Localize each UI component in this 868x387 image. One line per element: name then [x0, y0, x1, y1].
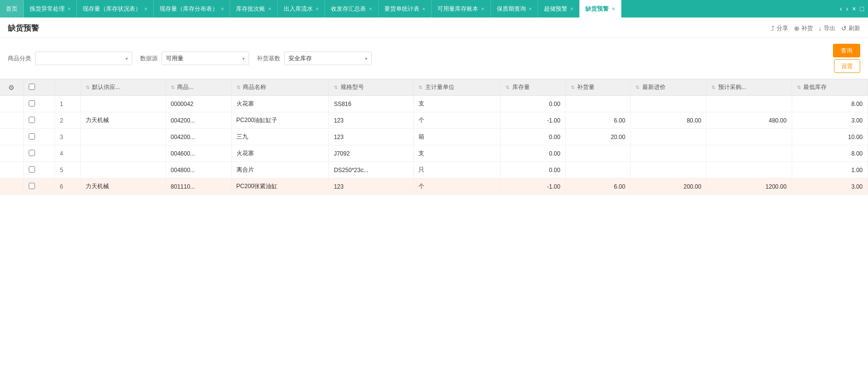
tab-home[interactable]: 首页 [0, 0, 24, 18]
tab-prev-btn[interactable]: ‹ [838, 0, 844, 18]
tab-stock-status[interactable]: 现存量（库存状况表） × [77, 0, 153, 18]
th-supplier[interactable]: ⇅ 默认供应... [80, 79, 165, 96]
category-select[interactable]: ▾ [35, 52, 132, 65]
shortage-table: ⚙ ⇅ 默认供应... ⇅ 商品... ⇅ [0, 79, 868, 195]
th-rownum [55, 79, 81, 96]
tab-close-pickup[interactable]: × [68, 6, 71, 12]
tab-demand-stats[interactable]: 要货单统计表 × [379, 0, 432, 18]
row-restock-qty: 6.00 [565, 178, 630, 195]
settings-button[interactable]: 设置 [834, 59, 860, 73]
restock-basis-filter-group: 补货基数 安全库存 ▾ [257, 52, 372, 65]
row-checkbox[interactable] [29, 166, 35, 173]
th-spec[interactable]: ⇅ 规格型号 [329, 79, 414, 96]
tab-close-overstock[interactable]: × [570, 6, 573, 12]
tab-maximize-btn[interactable]: □ [858, 0, 866, 18]
row-unit: 个 [414, 178, 501, 195]
datasource-value: 可用量 [166, 54, 183, 63]
table-row: 5 004800... 离合片 DS250*23c... 只 0.00 1.00 [0, 162, 868, 178]
row-spec: 123 [329, 129, 414, 145]
row-estimated-purchase [706, 162, 792, 178]
th-latest-price[interactable]: ⇅ 最新进价 [631, 79, 706, 96]
row-supplier [80, 129, 165, 145]
tab-close-stock-dist[interactable]: × [221, 6, 224, 12]
row-settings-cell [0, 129, 23, 145]
row-product-code: 004200... [165, 112, 231, 129]
tab-nav-controls: ‹ › × □ [836, 0, 868, 18]
tab-close-window-btn[interactable]: × [850, 0, 858, 18]
row-min-stock: 3.00 [792, 178, 868, 195]
row-settings-cell [0, 145, 23, 162]
row-spec: SS816 [329, 96, 414, 112]
datasource-chevron-icon: ▾ [242, 56, 245, 61]
restock-basis-select[interactable]: 安全库存 ▾ [284, 52, 372, 65]
row-estimated-purchase [706, 96, 792, 112]
row-latest-price [631, 162, 706, 178]
row-restock-qty [565, 162, 630, 178]
query-button[interactable]: 查询 [833, 44, 860, 57]
row-settings-cell [0, 112, 23, 129]
row-spec: 123 [329, 112, 414, 129]
tab-close-shortage[interactable]: × [612, 6, 615, 12]
row-checkbox[interactable] [29, 117, 35, 123]
restock-basis-label: 补货基数 [257, 54, 280, 63]
row-checkbox[interactable] [29, 133, 35, 140]
row-stock-qty: 0.00 [501, 162, 565, 178]
th-product-code[interactable]: ⇅ 商品... [165, 79, 231, 96]
row-number: 5 [55, 162, 81, 178]
tab-expiry-query[interactable]: 保质期查询 × [491, 0, 538, 18]
row-unit: 支 [414, 96, 501, 112]
tab-close-inout[interactable]: × [316, 6, 319, 12]
restock-sort-icon: ⇅ [571, 85, 575, 90]
tab-close-demand[interactable]: × [422, 6, 425, 12]
tab-close-expiry[interactable]: × [529, 6, 532, 12]
tab-bar: 首页 拣货异常处理 × 现存量（库存状况表） × 现存量（库存分布表） × 库存… [0, 0, 868, 18]
select-all-checkbox[interactable] [29, 84, 35, 90]
th-restock-qty[interactable]: ⇅ 补货量 [565, 79, 630, 96]
th-stock-qty[interactable]: ⇅ 库存量 [501, 79, 565, 96]
row-checkbox[interactable] [29, 100, 35, 106]
row-latest-price [631, 129, 706, 145]
row-checkbox[interactable] [29, 183, 35, 189]
tab-close-batch[interactable]: × [268, 6, 271, 12]
tab-next-btn[interactable]: › [844, 0, 850, 18]
tab-receive-summary[interactable]: 收发存汇总表 × [325, 0, 378, 18]
tab-pickup-exception[interactable]: 拣货异常处理 × [24, 0, 77, 18]
row-spec: 123 [329, 178, 414, 195]
row-min-stock: 8.00 [792, 145, 868, 162]
tab-inout-flow[interactable]: 出入库流水 × [278, 0, 325, 18]
tab-close-available[interactable]: × [481, 6, 484, 12]
tab-close-receive[interactable]: × [369, 6, 372, 12]
share-icon: ⤴ [771, 25, 775, 32]
th-estimated-purchase[interactable]: ⇅ 预计采购... [706, 79, 792, 96]
category-filter-group: 商品分类 ▾ [8, 52, 132, 65]
table-row: 6 力天机械 801110... PC200张紧油缸 123 个 -1.00 6… [0, 178, 868, 195]
row-checkbox-cell [23, 96, 55, 112]
row-number: 1 [55, 96, 81, 112]
tab-stock-distribution[interactable]: 现存量（库存分布表） × [154, 0, 230, 18]
tab-close-stock-status[interactable]: × [144, 6, 147, 12]
table-settings-icon[interactable]: ⚙ [8, 84, 15, 91]
tab-batch-account[interactable]: 库存批次账 × [230, 0, 277, 18]
stock-sort-icon: ⇅ [506, 85, 509, 90]
restock-basis-chevron-icon: ▾ [365, 56, 367, 61]
spec-sort-icon: ⇅ [334, 85, 338, 90]
export-button[interactable]: ↓ 导出 [819, 24, 836, 33]
row-unit: 支 [414, 145, 501, 162]
row-restock-qty: 20.00 [565, 129, 630, 145]
datasource-select[interactable]: 可用量 ▾ [162, 52, 249, 65]
tab-overstock-warning[interactable]: 超储预警 × [538, 0, 579, 18]
row-checkbox[interactable] [29, 150, 35, 156]
unit-sort-icon: ⇅ [418, 85, 422, 90]
th-min-stock[interactable]: ⇅ 最低库存 [792, 79, 868, 96]
min-sort-icon: ⇅ [797, 85, 801, 90]
row-product-code: 801110... [165, 178, 231, 195]
th-product-name[interactable]: ⇅ 商品名称 [231, 79, 329, 96]
tab-shortage-warning[interactable]: 缺货预警 × [579, 0, 621, 18]
th-unit[interactable]: ⇅ 主计量单位 [414, 79, 501, 96]
share-button[interactable]: ⤴ 分享 [771, 24, 788, 33]
row-estimated-purchase: 480.00 [706, 112, 792, 129]
refresh-button[interactable]: ↺ 刷新 [841, 24, 860, 33]
tab-available-ledger[interactable]: 可用量库存账本 × [432, 0, 490, 18]
row-latest-price [631, 96, 706, 112]
restock-button[interactable]: ⊕ 补货 [794, 24, 813, 33]
